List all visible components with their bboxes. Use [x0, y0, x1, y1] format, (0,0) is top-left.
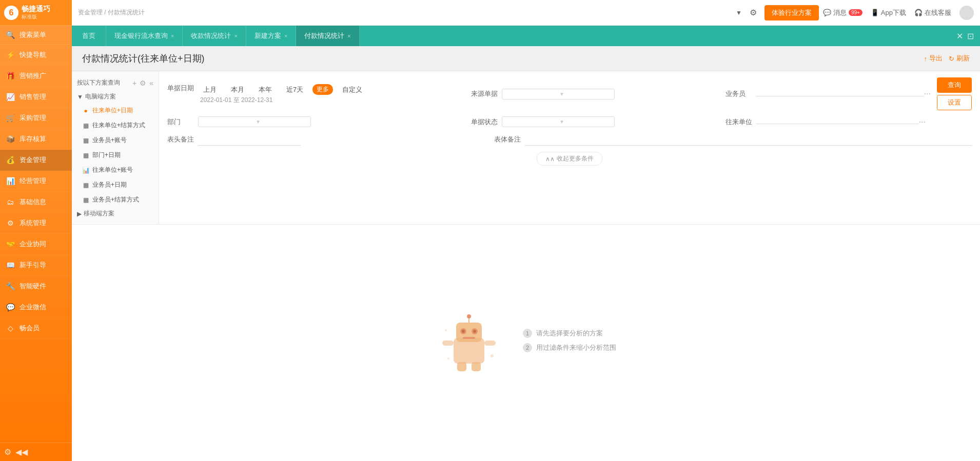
- scheme-actions: + ⚙ «: [132, 79, 153, 87]
- sidebar-item-management[interactable]: 📊 经营管理: [0, 171, 72, 192]
- date-option-this-month[interactable]: 本月: [226, 84, 249, 96]
- sidebar: 6 畅捷通巧 标准版 🔍 搜索菜单 ⚡ 快捷导航 🎁 营销推广 📈 销售管理 🛒…: [0, 0, 72, 461]
- tab-home[interactable]: 首页: [72, 26, 106, 46]
- tab-cashflow-close[interactable]: ×: [171, 33, 174, 39]
- date-option-custom[interactable]: 自定义: [337, 84, 367, 96]
- scheme-item-5-icon: ▦: [82, 182, 89, 189]
- service-btn[interactable]: 🎧 在线客服: [914, 8, 951, 17]
- svg-rect-1: [456, 323, 482, 342]
- scheme-section-arrow: ▼: [77, 93, 83, 101]
- scheme-item-2[interactable]: ▦ 业务员+账号: [72, 133, 159, 148]
- scheme-section-mobile[interactable]: ▶ 移动端方案: [72, 207, 159, 220]
- tabbar: 首页 现金银行流水查询 × 收款情况统计 × 新建方案 × 付款情况统计 × ✕…: [72, 26, 980, 46]
- settings-btn[interactable]: 设置: [937, 95, 972, 110]
- page-header-actions: ↑ 导出 ↻ 刷新: [924, 54, 970, 63]
- date-range: 2022-01-01 至 2022-12-31: [200, 96, 367, 105]
- tab-cashflow[interactable]: 现金银行流水查询 ×: [106, 26, 183, 46]
- tab-new-plan[interactable]: 新建方案 ×: [246, 26, 296, 46]
- scheme-item-0[interactable]: ● 往来单位+日期: [72, 103, 159, 118]
- sidebar-item-collaboration[interactable]: 🤝 企业协同: [0, 234, 72, 255]
- refresh-btn[interactable]: ↻ 刷新: [949, 54, 970, 63]
- sidebar-item-basic[interactable]: 🗂 基础信息: [0, 192, 72, 213]
- empty-state: 1 请先选择要分析的方案 2 用过滤条件来缩小分析范围: [72, 225, 980, 461]
- trial-btn[interactable]: 体验行业方案: [765, 5, 819, 21]
- tab-payment-close[interactable]: ×: [347, 33, 350, 39]
- dept-arrow-icon: ▼: [256, 119, 306, 125]
- svg-point-4: [462, 330, 465, 333]
- scheme-item-6-label: 业务员+结算方式: [92, 195, 139, 204]
- message-badge: 99+: [849, 9, 863, 16]
- breadcrumb: 资金管理 / 付款情况统计: [78, 8, 732, 17]
- hint-num-2: 2: [523, 343, 532, 352]
- sidebar-item-purchase[interactable]: 🛒 采购管理: [0, 108, 72, 129]
- tab-maximize-btn[interactable]: ⊡: [967, 31, 974, 41]
- topbar-selector[interactable]: ▼: [736, 9, 742, 16]
- sidebar-item-sales[interactable]: 📈 销售管理: [0, 87, 72, 108]
- svg-rect-6: [463, 337, 475, 339]
- svg-point-14: [491, 354, 494, 357]
- hardware-icon: 🔧: [5, 281, 15, 291]
- app-download-btn[interactable]: 📱 App下载: [871, 8, 906, 17]
- hint-text-2: 用过滤条件来缩小分析范围: [536, 343, 616, 352]
- logo-text-area: 畅捷通巧 标准版: [22, 5, 50, 21]
- scheme-collapse-btn[interactable]: «: [149, 79, 153, 87]
- date-option-7days[interactable]: 近7天: [281, 84, 308, 96]
- sidebar-item-inventory[interactable]: 📦 库存核算: [0, 129, 72, 150]
- export-btn[interactable]: ↑ 导出: [924, 54, 943, 63]
- avatar[interactable]: [959, 6, 974, 20]
- message-btn[interactable]: 💬 消息 99+: [823, 8, 863, 17]
- date-option-more[interactable]: 更多: [312, 84, 333, 95]
- quick-nav-label: 快捷导航: [19, 50, 46, 59]
- page-title: 付款情况统计(往来单位+日期): [82, 52, 205, 65]
- body-note-input[interactable]: [525, 133, 972, 146]
- sidebar-settings-btn[interactable]: ⚙: [4, 447, 11, 457]
- guide-label: 新手引导: [19, 260, 46, 270]
- scheme-item-1[interactable]: ▦ 往来单位+结算方式: [72, 118, 159, 133]
- tab-receipt-close[interactable]: ×: [234, 33, 237, 39]
- body-note-label: 表体备注: [494, 135, 525, 144]
- sales-label: 销售管理: [19, 92, 46, 102]
- management-icon: 📊: [5, 176, 15, 186]
- staff-dots-btn[interactable]: ···: [924, 89, 931, 98]
- sidebar-collapse-btn[interactable]: ◀◀: [15, 447, 28, 457]
- scheme-item-3[interactable]: ▦ 部门+日期: [72, 148, 159, 163]
- scheme-item-6[interactable]: ▦ 业务员+结算方式: [72, 192, 159, 207]
- svg-point-5: [473, 330, 476, 333]
- sidebar-item-guide[interactable]: 📖 新手引导: [0, 255, 72, 276]
- partner-dots-btn[interactable]: ···: [919, 117, 926, 127]
- scheme-add-btn[interactable]: +: [132, 79, 136, 87]
- scheme-item-5[interactable]: ▦ 业务员+日期: [72, 177, 159, 192]
- tab-close-all-btn[interactable]: ✕: [956, 31, 963, 41]
- sidebar-item-system[interactable]: ⚙ 系统管理: [0, 213, 72, 234]
- date-option-this-year[interactable]: 本年: [253, 84, 277, 96]
- wechat-icon: 💬: [5, 302, 15, 312]
- sidebar-item-marketing[interactable]: 🎁 营销推广: [0, 66, 72, 87]
- system-icon: ⚙: [5, 218, 15, 228]
- status-select[interactable]: ▼: [502, 116, 615, 127]
- query-btn[interactable]: 查询: [937, 77, 972, 93]
- scheme-settings-btn[interactable]: ⚙: [140, 79, 146, 87]
- tab-payment[interactable]: 付款情况统计 ×: [296, 26, 359, 46]
- source-select[interactable]: ▼: [502, 89, 615, 99]
- scheme-section-label: 电脑端方案: [85, 92, 116, 101]
- sidebar-item-wechat[interactable]: 💬 企业微信: [0, 297, 72, 318]
- sidebar-item-finance[interactable]: 💰 资金管理: [0, 150, 72, 171]
- scheme-item-5-label: 业务员+日期: [92, 181, 127, 189]
- svg-rect-9: [442, 340, 454, 346]
- basic-label: 基础信息: [19, 197, 46, 207]
- sidebar-item-hardware[interactable]: 🔧 智能硬件: [0, 276, 72, 297]
- collapse-btn[interactable]: ∧∧ 收起更多条件: [537, 152, 602, 166]
- sidebar-item-member[interactable]: ◇ 畅会员: [0, 318, 72, 339]
- scheme-section-desktop[interactable]: ▼ 电脑端方案: [72, 90, 159, 103]
- date-option-last-month[interactable]: 上月: [198, 84, 222, 96]
- sidebar-item-quick-nav[interactable]: ⚡ 快捷导航: [0, 45, 72, 66]
- sidebar-item-search[interactable]: 🔍 搜索菜单: [0, 26, 72, 45]
- dept-select[interactable]: ▼: [198, 116, 311, 127]
- staff-label: 业务员: [726, 89, 756, 98]
- tab-new-plan-close[interactable]: ×: [284, 33, 287, 39]
- topbar-settings-btn[interactable]: ⚙: [746, 6, 760, 20]
- header-note-input[interactable]: [198, 133, 301, 146]
- empty-hint-2: 2 用过滤条件来缩小分析范围: [523, 343, 616, 352]
- tab-receipt[interactable]: 收款情况统计 ×: [183, 26, 246, 46]
- scheme-item-4[interactable]: 📊 往来单位+账号: [72, 163, 159, 177]
